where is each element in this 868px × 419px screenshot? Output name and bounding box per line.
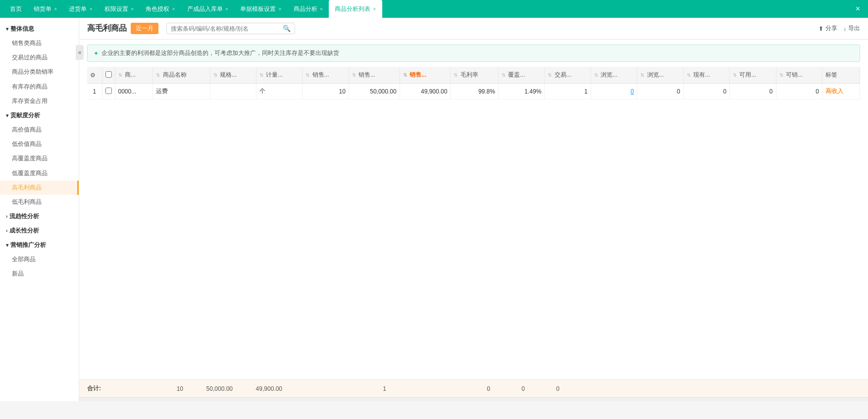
col-views2[interactable]: ⇅ 浏览...	[637, 67, 683, 84]
close-permission-settings[interactable]: ×	[131, 6, 134, 12]
col-sales-net[interactable]: ⇅ 销售...	[400, 67, 451, 84]
footer-cells: 10 50,000.00 49,900.00 1 0 0 0	[147, 385, 860, 392]
close-sales-order[interactable]: ×	[54, 6, 57, 12]
sidebar-group-marketing[interactable]: ▾ 营销推广分析	[0, 238, 79, 252]
cell-gross-margin: 99.8%	[451, 84, 499, 99]
cell-saleable-stock: 0	[776, 84, 822, 99]
content-area: 高毛利商品 近一月 🔍 ⬆ 分享 ↓ 导出	[79, 18, 868, 401]
sort-icon-current-stock: ⇅	[687, 72, 691, 78]
col-sales-amount[interactable]: ⇅ 销售...	[349, 67, 400, 84]
col-available-stock[interactable]: ⇅ 可用...	[730, 67, 776, 84]
sort-icon-views1: ⇅	[594, 72, 598, 78]
footer-current-stock: 0	[459, 385, 493, 392]
close-product-analysis[interactable]: ×	[320, 6, 323, 12]
col-transactions[interactable]: ⇅ 交易...	[545, 67, 591, 84]
col-name[interactable]: ⇅ 商品名称	[153, 67, 210, 84]
sidebar-group-growth[interactable]: › 成长性分析	[0, 224, 79, 238]
nav-permission-settings[interactable]: 权限设置 ×	[99, 0, 140, 18]
sort-icon-saleable-stock: ⇅	[779, 72, 783, 78]
cell-spec	[210, 84, 256, 99]
sidebar-item-stock-capital[interactable]: 库存资金占用	[0, 94, 79, 108]
arrow-marketing: ▾	[6, 242, 8, 248]
col-saleable-stock[interactable]: ⇅ 可销...	[776, 67, 822, 84]
sidebar-item-new-goods[interactable]: 新品	[0, 267, 79, 281]
sidebar-item-low-value[interactable]: 低价值商品	[0, 137, 79, 151]
cell-available-stock: 0	[730, 84, 776, 99]
col-code[interactable]: ⇅ 商...	[115, 67, 153, 84]
cell-tag: 高收入	[822, 84, 860, 99]
window-close-btn[interactable]: ×	[852, 4, 864, 13]
sort-icon-sales-qty: ⇅	[306, 72, 309, 78]
close-role-auth[interactable]: ×	[172, 6, 175, 12]
cell-views2: 0	[637, 84, 683, 99]
sort-icon-sales-net: ⇅	[403, 72, 407, 78]
nav-purchase-order[interactable]: 进货单 ×	[63, 0, 98, 18]
sidebar-item-high-coverage[interactable]: 高覆盖度商品	[0, 151, 79, 166]
sort-icon-coverage: ⇅	[502, 72, 506, 78]
nav-product-analysis-list[interactable]: 商品分析列表 ×	[329, 0, 382, 18]
footer-sales-amount: 50,000.00	[186, 385, 236, 392]
content-header: 高毛利商品 近一月 🔍 ⬆ 分享 ↓ 导出	[79, 18, 868, 40]
nav-role-auth[interactable]: 角色授权 ×	[140, 0, 181, 18]
header-actions: ⬆ 分享 ↓ 导出	[818, 24, 860, 33]
close-purchase-order[interactable]: ×	[89, 6, 92, 12]
cell-transactions: 1	[545, 84, 591, 99]
info-banner: ✦ 企业的主要的利润都是这部分商品创造的，可考虑加大推广，同时关注库存是不要出现…	[87, 45, 860, 62]
sidebar-item-sales-goods[interactable]: 销售类商品	[0, 36, 79, 50]
time-filter-button[interactable]: 近一月	[131, 23, 158, 34]
col-coverage[interactable]: ⇅ 覆盖...	[498, 67, 544, 84]
info-icon: ✦	[94, 50, 99, 57]
settings-icon[interactable]: ⚙	[90, 72, 96, 79]
col-sales-qty[interactable]: ⇅ 销售...	[303, 67, 349, 84]
footer-gross-margin	[285, 385, 320, 392]
sort-icon-unit: ⇅	[259, 72, 263, 78]
sidebar-item-high-value[interactable]: 高价值商品	[0, 123, 79, 137]
sidebar: ▾ 整体信息 销售类商品 交易过的商品 商品分类助销率 有库存的商品 库存资金占…	[0, 18, 79, 401]
nav-template-settings[interactable]: 单据模板设置 ×	[234, 0, 287, 18]
horizontal-scrollbar[interactable]	[79, 397, 868, 401]
col-settings[interactable]: ⚙	[87, 67, 102, 84]
col-spec[interactable]: ⇅ 规格...	[210, 67, 256, 84]
footer-transactions: 1	[355, 385, 389, 392]
sidebar-item-low-margin[interactable]: 低毛利商品	[0, 195, 79, 209]
cell-current-stock: 0	[683, 84, 729, 99]
sidebar-item-high-margin[interactable]: 高毛利商品	[0, 181, 79, 195]
nav-product-analysis[interactable]: 商品分析 ×	[288, 0, 329, 18]
search-box: 🔍	[166, 23, 295, 34]
footer-sales-qty: 10	[147, 385, 186, 392]
arrow-growth: ›	[6, 228, 7, 233]
footer-label: 合计:	[87, 384, 147, 393]
col-gross-margin[interactable]: ⇅ 毛利率	[451, 67, 499, 84]
col-current-stock[interactable]: ⇅ 现有...	[683, 67, 729, 84]
col-views1[interactable]: ⇅ 浏览...	[591, 67, 637, 84]
sidebar-item-traded-goods[interactable]: 交易过的商品	[0, 50, 79, 65]
sidebar-group-contribution[interactable]: ▾ 贡献度分析	[0, 108, 79, 123]
sidebar-group-overall[interactable]: ▾ 整体信息	[0, 22, 79, 36]
sidebar-item-low-coverage[interactable]: 低覆盖度商品	[0, 166, 79, 181]
sidebar-item-category-rate[interactable]: 商品分类助销率	[0, 65, 79, 79]
row-checkbox[interactable]	[105, 88, 112, 94]
sidebar-item-all-goods[interactable]: 全部商品	[0, 252, 79, 267]
export-button[interactable]: ↓ 导出	[843, 24, 860, 33]
table-wrapper: ⚙ ⇅ 商... ⇅ 商品名称	[79, 67, 868, 379]
sidebar-collapse-button[interactable]: «	[76, 45, 84, 60]
close-template-settings[interactable]: ×	[278, 6, 281, 12]
sidebar-group-trend[interactable]: › 流趋性分析	[0, 209, 79, 224]
col-checkbox	[102, 67, 115, 84]
sidebar-item-stocked-goods[interactable]: 有库存的商品	[0, 80, 79, 94]
data-table: ⚙ ⇅ 商... ⇅ 商品名称	[87, 67, 860, 99]
col-unit[interactable]: ⇅ 计量...	[256, 67, 302, 84]
search-icon[interactable]: 🔍	[283, 25, 291, 32]
close-product-analysis-list[interactable]: ×	[373, 6, 376, 12]
cell-sales-qty: 10	[303, 84, 349, 99]
cell-code: 0000...	[115, 84, 153, 99]
nav-sales-order[interactable]: 销货单 ×	[28, 0, 63, 18]
share-button[interactable]: ⬆ 分享	[818, 24, 837, 33]
footer-available-stock: 0	[493, 385, 528, 392]
close-product-inbound[interactable]: ×	[225, 6, 228, 12]
nav-home[interactable]: 首页	[4, 0, 28, 18]
select-all-checkbox[interactable]	[105, 71, 112, 78]
footer-views2	[424, 385, 459, 392]
nav-product-inbound[interactable]: 产成品入库单 ×	[181, 0, 234, 18]
search-input[interactable]	[171, 25, 283, 32]
